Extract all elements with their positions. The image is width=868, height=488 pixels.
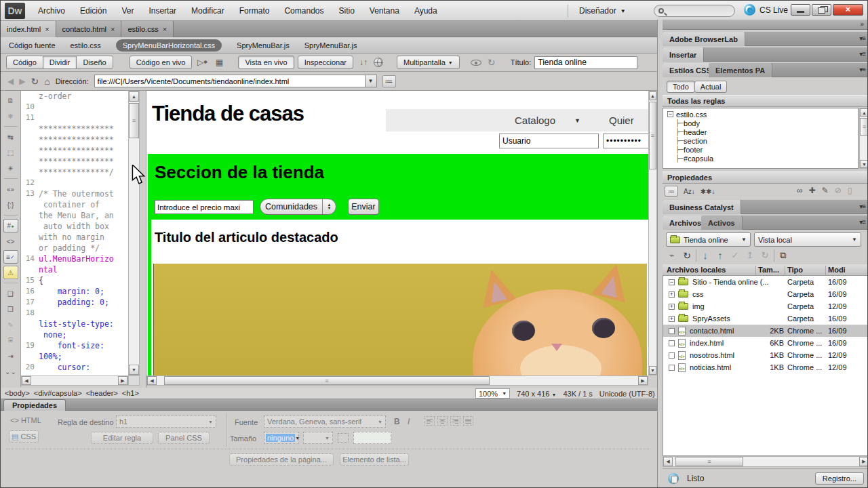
balance-braces-icon[interactable]: {:} [3,198,18,211]
css-mode-button[interactable]: ▤CSS [9,430,39,443]
bold-button[interactable]: B [394,417,400,426]
file-name[interactable]: nosotros.html [690,351,734,359]
file-row[interactable]: − Sitio - Tienda online (... Carpeta 16/… [663,276,868,288]
format-source-icon[interactable]: ⌄⌄ [3,365,18,378]
syntax-error-alerts-icon[interactable]: ⚠ [3,266,18,279]
scroll-down-icon[interactable]: ▼ [649,366,656,375]
show-category-view-icon[interactable]: ≔ [665,186,678,197]
browserlab-tab[interactable]: Adobe BrowserLab [663,32,745,46]
design-horizontal-scrollbar[interactable]: ◀ ▶ [146,375,648,386]
refresh-icon[interactable]: ↻ [31,76,39,87]
expander-icon[interactable]: + [669,291,675,298]
assets-tab[interactable]: Activos [701,216,743,230]
cs-live-button[interactable]: CS Live [744,4,788,16]
related-file[interactable]: estilo.css [71,41,101,49]
business-catalyst-tab[interactable]: Business Catalyst [663,200,741,214]
file-name[interactable]: img [692,302,705,310]
expander-icon[interactable] [669,340,675,346]
col-modified[interactable]: Modi [828,266,846,274]
scroll-thumb[interactable] [164,376,490,385]
document-tab[interactable]: contacto.html × [56,21,122,37]
put-files-icon[interactable]: ↑ [713,249,728,262]
properties-tab[interactable]: Propiedades [3,399,66,411]
enviar-button[interactable]: Enviar [348,199,379,215]
target-rule-select[interactable]: h1 ▼ [116,415,216,428]
tag-selector-item[interactable]: <div#capsula> [34,389,82,397]
collapse-selection-icon[interactable]: ⬚ [3,146,18,159]
expander-icon[interactable] [669,328,675,334]
get-files-icon[interactable]: ↓ [698,249,713,262]
edit-rule-button[interactable]: Editar regla [91,432,153,444]
new-rule-icon[interactable]: ✚ [809,186,816,195]
css-rule-row[interactable]: ├─ header [667,127,858,136]
css-rule-row[interactable]: ├─ body [667,119,858,127]
all-mode-button[interactable]: Todo [667,81,695,93]
window-size-select[interactable]: 740 x 416 ▼ [517,390,556,398]
open-documents-icon[interactable]: 🗎 [3,94,18,107]
expand-panel-icon[interactable]: ⧉ [776,249,791,262]
file-row[interactable]: + css Carpeta 16/09 [663,288,868,300]
connect-icon[interactable]: ⌁ [665,249,679,262]
size-unit-select[interactable]: ▼ [303,432,333,444]
view-select[interactable]: Vista local ▼ [754,232,861,247]
expand-all-icon[interactable]: ✳ [3,161,18,175]
live-view-options-icon[interactable]: ▷✱ [195,56,209,68]
expander-icon[interactable] [669,365,675,371]
col-name[interactable]: Archivos locales [667,266,726,274]
expander-icon[interactable]: − [669,279,675,285]
check-browser-compat-icon[interactable]: ▦ [212,56,226,68]
password-input[interactable] [603,134,648,148]
close-tab-icon[interactable]: × [45,25,49,33]
workspace-switcher[interactable]: Diseñador ▼ [574,3,631,18]
color-value-field[interactable] [353,432,391,444]
font-select[interactable]: Verdana, Geneva, sans-serif ▼ [264,415,386,428]
list-item-button[interactable]: Elemento de lista... [340,453,409,466]
panel-menu-icon[interactable]: ▾≡ [859,218,865,226]
align-justify-icon[interactable] [463,416,473,426]
file-row[interactable]: noticias.html 1KB Chrome ... 12/09 [663,361,868,373]
collapse-full-tag-icon[interactable]: ↹ [3,130,18,144]
file-name[interactable]: noticias.html [690,363,731,371]
file-name[interactable]: SpryAssets [692,314,730,323]
tag-selector-item[interactable]: <h1> [122,389,139,397]
menu-item[interactable]: Edición [73,1,114,20]
restore-button[interactable] [812,4,831,16]
italic-button[interactable]: I [408,417,410,426]
related-file[interactable]: SpryMenuBar.js [304,41,357,49]
zoom-select[interactable]: 100% ▼ [475,388,510,399]
page-title-input[interactable] [534,56,637,69]
recent-snippets-icon[interactable]: ⌹ [3,333,18,347]
comunidades-select[interactable]: Comunidades ▲▼ [260,199,336,215]
scroll-left-icon[interactable]: ◀ [22,376,31,385]
tag-selector-item[interactable]: <header> [86,389,118,397]
design-view[interactable]: Tienda de casas Catalogo ▼ Quier Seccion… [146,91,648,375]
align-center-icon[interactable] [437,416,448,426]
scroll-left-icon[interactable]: ◀ [663,457,673,466]
close-button[interactable]: × [833,4,863,16]
size-select[interactable]: ninguno ▼ [264,432,299,444]
site-select[interactable]: Tienda online ▼ [666,232,751,247]
highlight-invalid-code-icon[interactable]: <> [3,235,18,248]
scroll-thumb[interactable] [649,102,656,169]
code-horizontal-scrollbar[interactable]: ◀ ▶ [21,375,128,386]
edit-rule-icon[interactable]: ✎ [822,186,829,195]
panel-menu-icon[interactable]: ▾≡ [859,35,865,42]
refresh-icon[interactable]: ↻ [679,249,694,262]
word-wrap-icon[interactable]: ≡✓ [3,250,18,264]
scroll-thumb[interactable] [860,118,868,136]
visual-aids-icon[interactable] [471,60,481,66]
multiscreen-button[interactable]: Multipantalla ▼ [397,56,460,69]
indent-code-icon[interactable]: ⇥ [3,349,18,363]
log-button[interactable]: Registro... [815,472,864,485]
rules-scrollbar[interactable]: ▲ ▼ [859,108,868,169]
ap-elements-tab[interactable]: Elementos PA [709,63,772,77]
inspect-button[interactable]: Inspeccionar [298,56,353,69]
scroll-right-icon[interactable]: ▶ [638,376,648,385]
related-file[interactable]: Código fuente [9,41,56,49]
document-tab[interactable]: estilo.css × [121,21,174,37]
insert-tab[interactable]: Insertar [663,47,704,62]
expander-icon[interactable]: + [669,304,675,310]
text-color-swatch[interactable] [338,433,349,443]
panel-menu-icon[interactable]: ▾≡ [859,203,865,210]
align-right-icon[interactable] [450,416,460,426]
